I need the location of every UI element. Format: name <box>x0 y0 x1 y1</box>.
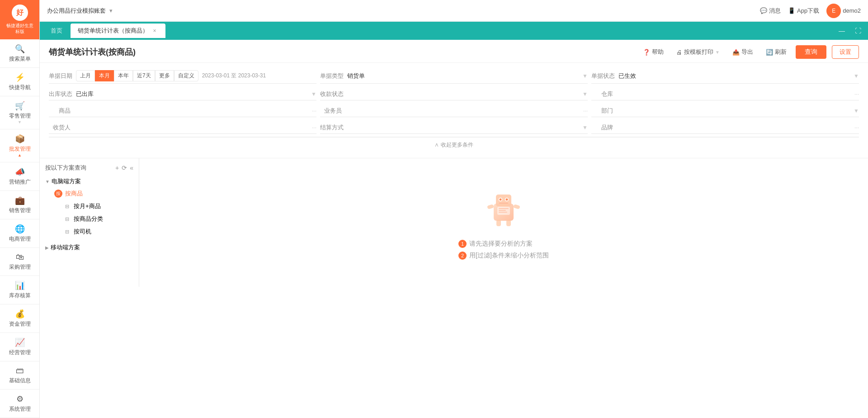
mobile-tree-arrow: ▶ <box>45 245 49 250</box>
svg-point-4 <box>500 199 502 201</box>
dept-arrow[interactable]: ▼ <box>854 108 859 114</box>
tab-minimize-btn[interactable]: — <box>835 24 848 37</box>
empty-state: 1 请先选择要分析的方案 2 用[过滤]条件来缩小分析范围 <box>139 158 868 287</box>
sidebar-system-label: 系统管理 <box>9 405 31 413</box>
panel-collapse-icon[interactable]: « <box>130 164 133 171</box>
tree-item-by-month-goods[interactable]: ⊟ 按月+商品 <box>40 200 139 213</box>
sidebar-item-ecommerce[interactable]: 🌐 电商管理 <box>0 219 39 248</box>
doc-type-label: 单据类型 <box>320 72 347 80</box>
tab-maximize-btn[interactable]: ⛶ <box>852 24 864 37</box>
warehouse-input[interactable] <box>617 91 853 98</box>
svg-rect-13 <box>499 210 506 211</box>
recipient-label: 收货人 <box>49 124 74 132</box>
date-btn-this-year[interactable]: 本年 <box>114 70 133 81</box>
recipient-dots[interactable]: ··· <box>312 124 316 131</box>
date-btn-this-month[interactable]: 本月 <box>95 70 114 81</box>
mobile-group-label: 移动端方案 <box>51 243 80 252</box>
svg-rect-8 <box>513 204 520 209</box>
help-icon: ❓ <box>643 49 650 56</box>
print-icon: 🖨 <box>676 49 682 56</box>
help-btn[interactable]: ❓ 帮助 <box>639 46 667 58</box>
panel-refresh-icon[interactable]: ⟳ <box>122 164 127 171</box>
refresh-label: 刷新 <box>775 48 787 56</box>
refresh-btn[interactable]: 🔄 刷新 <box>762 46 790 58</box>
app-download-btn[interactable]: 📱 App下载 <box>788 7 819 15</box>
tree-item-by-category[interactable]: ⊟ 按商品分类 <box>40 213 139 225</box>
recipient-filter: 收货人 ··· <box>49 122 316 134</box>
query-btn[interactable]: 查询 <box>796 45 826 59</box>
out-status-value[interactable]: 已出库 <box>76 90 311 98</box>
goods-input[interactable] <box>74 108 310 114</box>
warehouse-dots[interactable]: ··· <box>854 91 859 97</box>
settle-arrow[interactable]: ▼ <box>582 124 588 131</box>
date-btn-last-month[interactable]: 上月 <box>76 70 95 81</box>
doc-type-arrow[interactable]: ▼ <box>582 73 588 79</box>
goods-dots[interactable]: ··· <box>312 108 316 114</box>
doc-type-value[interactable]: 销货单 <box>347 72 582 80</box>
print-btn[interactable]: 🖨 按模板打印 ▼ <box>673 46 723 58</box>
tree-group-mobile-title[interactable]: ▶ 移动端方案 <box>40 242 139 253</box>
brand-input[interactable] <box>617 124 853 131</box>
date-filter-group: 上月 本月 本年 近7天 更多 自定义 <box>76 70 198 81</box>
collapse-bar[interactable]: ∧ 收起更多条件 <box>49 137 859 152</box>
tree-group-desktop-title[interactable]: ▼ 电脑端方案 <box>40 176 139 187</box>
sidebar-item-sales[interactable]: 💼 销售管理 <box>0 191 39 219</box>
sidebar-logo[interactable]: 好 畅捷通好生意 标版 <box>0 0 40 39</box>
sidebar-item-operation[interactable]: 📈 经营管理 <box>0 333 39 361</box>
sidebar-item-system[interactable]: ⚙ 系统管理 <box>0 390 39 418</box>
tree-item-by-goods-label: 按商品 <box>65 190 83 198</box>
page-content: 销货单统计计表(按商品) ❓ 帮助 🖨 按模板打印 ▼ 📤 导出 <box>40 40 868 418</box>
out-status-arrow[interactable]: ▼ <box>311 91 316 97</box>
page-title-bar: 销货单统计计表(按商品) ❓ 帮助 🖨 按模板打印 ▼ 📤 导出 <box>40 40 868 63</box>
tab-home[interactable]: 首页 <box>43 24 70 38</box>
sidebar-item-finance[interactable]: 💰 资金管理 <box>0 304 39 333</box>
date-btn-7days[interactable]: 近7天 <box>133 70 155 81</box>
tab-close-icon[interactable]: × <box>151 27 158 34</box>
sidebar-item-retail[interactable]: 🛒 零售管理 ▼ <box>0 96 39 129</box>
export-btn[interactable]: 📤 导出 <box>729 46 757 58</box>
panel-add-icon[interactable]: + <box>115 164 119 171</box>
quick-nav-icon: ⚡ <box>15 72 25 82</box>
filter-section: 单据日期 上月 本月 本年 近7天 更多 自定义 2023-03-01 至 20… <box>40 63 868 158</box>
receipt-status-arrow[interactable]: ▼ <box>582 91 588 97</box>
minimize-icon: — <box>839 27 845 34</box>
help-label: 帮助 <box>652 48 664 56</box>
sidebar-item-inventory[interactable]: 📊 库存核算 <box>0 276 39 304</box>
sidebar-item-marketing[interactable]: 📣 营销推广 <box>0 162 39 191</box>
tip-1-text: 请先选择要分析的方案 <box>469 240 533 248</box>
svg-rect-7 <box>487 204 494 209</box>
empty-illustration <box>481 185 526 231</box>
recipient-input[interactable] <box>74 124 310 131</box>
date-label: 单据日期 <box>49 72 76 80</box>
message-btn[interactable]: 💬 消息 <box>760 7 781 15</box>
salesperson-dots[interactable]: ··· <box>583 108 588 114</box>
svg-point-5 <box>506 199 508 201</box>
date-btn-custom[interactable]: 自定义 <box>174 70 198 81</box>
collapse-label: 收起更多条件 <box>441 142 473 148</box>
sidebar-item-quick-nav[interactable]: ⚡ 快捷导航 <box>0 68 39 96</box>
tree-item-by-goods[interactable]: 按 按商品 <box>40 187 139 200</box>
retail-icon: 🛒 <box>15 101 25 111</box>
sidebar-item-basic[interactable]: 🗃 基础信息 <box>0 361 39 390</box>
dept-label: 部门 <box>591 107 617 115</box>
tree-group-mobile: ▶ 移动端方案 <box>40 242 139 257</box>
search-icon: 🔍 <box>15 44 25 54</box>
right-content: 1 请先选择要分析的方案 2 用[过滤]条件来缩小分析范围 <box>139 158 868 287</box>
tree-item-by-company[interactable]: ⊟ 按司机 <box>40 225 139 238</box>
tab-sales-stats[interactable]: 销货单统计计表（按商品） × <box>71 24 165 38</box>
sidebar-item-purchase[interactable]: 🛍 采购管理 <box>0 248 39 276</box>
sidebar-item-wholesale[interactable]: 📦 批发管理 ▲ <box>0 129 39 162</box>
sidebar-item-search[interactable]: 🔍 搜索菜单 <box>0 39 39 68</box>
brand-dots[interactable]: ··· <box>854 124 859 131</box>
sidebar-sales-label: 销售管理 <box>9 207 31 214</box>
header-dropdown-icon[interactable]: ▾ <box>109 7 113 14</box>
print-label: 按模板打印 <box>684 48 713 56</box>
sidebar-operation-label: 经营管理 <box>9 349 31 356</box>
doc-status-value[interactable]: 已生效 <box>618 72 854 80</box>
salesperson-input[interactable] <box>345 108 581 114</box>
user-area[interactable]: E demo2 <box>826 4 861 18</box>
settings-btn[interactable]: 设置 <box>832 45 859 59</box>
doc-status-arrow[interactable]: ▼ <box>854 73 859 79</box>
doc-status-label: 单据状态 <box>591 72 618 80</box>
date-btn-more[interactable]: 更多 <box>155 70 174 81</box>
